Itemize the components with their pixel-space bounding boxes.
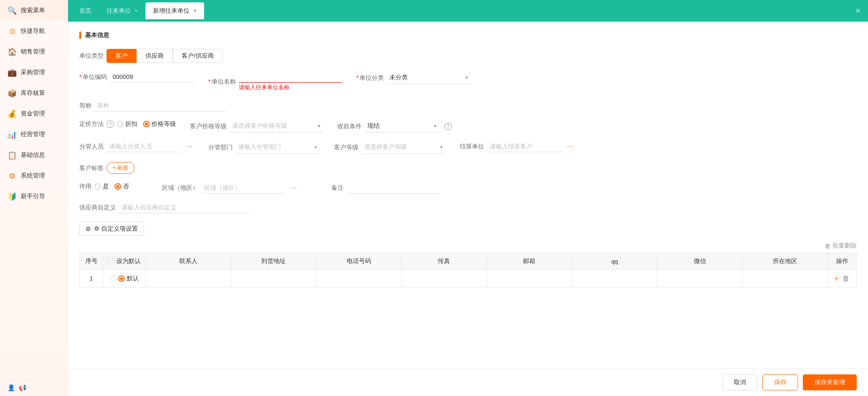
col-default: 设为默认 bbox=[103, 253, 146, 270]
pricing-radio-price-level[interactable]: 价格等级 bbox=[143, 120, 176, 128]
sidebar-item-inventory[interactable]: 📦 库存核算 bbox=[0, 83, 68, 103]
settlement-unit-more-btn[interactable]: ··· bbox=[565, 142, 575, 151]
col-fax: 传真 bbox=[402, 253, 487, 270]
customer-level-label: 客户等级 bbox=[334, 143, 358, 152]
section-title-bar bbox=[79, 31, 81, 39]
customer-price-level-select[interactable]: 请选择客户价格等级 ▾ bbox=[229, 120, 323, 132]
disable-yes-radio[interactable]: 是 bbox=[94, 182, 109, 191]
sidebar-item-purchase[interactable]: 💼 采购管理 bbox=[0, 62, 68, 83]
payment-terms-label: 收款条件 bbox=[337, 122, 362, 131]
contact-input[interactable] bbox=[155, 273, 221, 284]
tab-bar-close-all[interactable]: × bbox=[852, 6, 864, 16]
unit-name-field: 单位名称 请输入往来单位名称 bbox=[208, 71, 342, 92]
unit-type-supplier-btn[interactable]: 供应商 bbox=[137, 49, 173, 63]
tab-add-unit-close[interactable]: × bbox=[193, 8, 197, 14]
fax-input[interactable] bbox=[411, 273, 477, 284]
region-more-btn[interactable]: ··· bbox=[289, 184, 298, 192]
business-icon: 📊 bbox=[8, 130, 17, 139]
cell-phone[interactable] bbox=[316, 270, 402, 287]
sales-icon: 🏠 bbox=[8, 47, 17, 56]
code-name-row: 单位编码 单位名称 请输入往来单位名称 单位分类 未分类 ▾ bbox=[79, 71, 857, 92]
sidebar-label-inventory: 库存核算 bbox=[21, 89, 45, 97]
department-select[interactable]: 请输入分管部门 ▾ bbox=[236, 141, 320, 154]
save-new-button[interactable]: 保存并新增 bbox=[803, 374, 857, 390]
batch-delete-btn[interactable]: 🗑 批量删除 bbox=[824, 241, 857, 250]
sidebar-label-guide: 新手引导 bbox=[21, 192, 45, 201]
unit-category-field: 单位分类 未分类 ▾ bbox=[356, 71, 471, 84]
avatar-icon: 👤 bbox=[8, 384, 15, 391]
custom-settings-btn[interactable]: ⚙ ⚙ 自定义项设置 bbox=[79, 222, 144, 236]
sidebar-label-sales: 销售管理 bbox=[21, 47, 45, 56]
unit-name-input[interactable] bbox=[239, 71, 342, 83]
remark-input[interactable] bbox=[346, 182, 440, 194]
manager-row: 分管人员 ··· 分管部门 请输入分管部门 ▾ 客户等级 请选择客户等级 ▾ 结… bbox=[79, 141, 857, 154]
pricing-method-help[interactable]: ? bbox=[107, 120, 114, 128]
wechat-input[interactable] bbox=[667, 273, 733, 284]
sidebar-item-base[interactable]: 📋 基础信息 bbox=[0, 145, 68, 165]
sidebar-label-purchase: 采购管理 bbox=[21, 68, 45, 77]
sidebar-item-quicknav[interactable]: ⊙ 快捷导航 bbox=[0, 21, 68, 41]
unit-category-label: 单位分类 bbox=[356, 74, 384, 82]
cell-region[interactable] bbox=[742, 270, 828, 287]
short-name-input[interactable] bbox=[94, 100, 226, 111]
unit-category-value: 未分类 bbox=[389, 73, 464, 82]
header-checkbox[interactable] bbox=[108, 258, 114, 264]
sidebar-item-system[interactable]: ⚙ 系统管理 bbox=[0, 165, 68, 186]
default-radio[interactable]: 默认 bbox=[118, 274, 139, 283]
sidebar-item-business[interactable]: 📊 经营管理 bbox=[0, 124, 68, 145]
sidebar-item-search[interactable]: 🔍 搜索菜单 bbox=[0, 0, 68, 21]
add-tag-btn[interactable]: + 标签 bbox=[107, 162, 135, 174]
sidebar-item-finance[interactable]: 💰 资金管理 bbox=[0, 103, 68, 124]
address-input[interactable] bbox=[241, 273, 306, 284]
payment-terms-select[interactable]: 现结 ▾ bbox=[365, 120, 440, 132]
unit-code-label: 单位编码 bbox=[79, 73, 107, 81]
base-icon: 📋 bbox=[8, 150, 17, 160]
cell-email[interactable] bbox=[487, 270, 572, 287]
unit-category-select[interactable]: 未分类 ▾ bbox=[387, 71, 471, 84]
unit-code-input[interactable] bbox=[110, 71, 194, 83]
sidebar-item-sales[interactable]: 🏠 销售管理 bbox=[0, 41, 68, 62]
settlement-unit-input[interactable] bbox=[487, 141, 562, 152]
unit-type-customer-btn[interactable]: 客户 bbox=[107, 49, 137, 63]
cell-contact[interactable] bbox=[146, 270, 231, 287]
cell-qq[interactable] bbox=[572, 270, 657, 287]
manager-input[interactable] bbox=[107, 141, 182, 152]
customer-level-chevron: ▾ bbox=[440, 144, 443, 150]
sidebar-item-guide[interactable]: 🔰 新手引导 bbox=[0, 186, 68, 207]
pricing-radio-discount[interactable]: 折扣 bbox=[117, 120, 137, 128]
disable-field: 停用 是 否 bbox=[79, 182, 129, 191]
cell-fax[interactable] bbox=[402, 270, 487, 287]
manager-more-btn[interactable]: ··· bbox=[184, 142, 194, 151]
tab-unit-list-close[interactable]: × bbox=[135, 8, 138, 14]
unit-type-both-btn[interactable]: 客户/供应商 bbox=[173, 49, 223, 63]
col-address: 到货地址 bbox=[231, 253, 316, 270]
payment-terms-help[interactable]: ? bbox=[444, 123, 452, 130]
add-row-btn[interactable]: + bbox=[834, 274, 838, 283]
customer-price-level-placeholder: 请选择客户价格等级 bbox=[232, 122, 316, 130]
department-label: 分管部门 bbox=[208, 143, 233, 152]
delete-row-btn[interactable]: 🗑 bbox=[842, 274, 850, 283]
tab-add-unit[interactable]: 新增往来单位 × bbox=[145, 2, 204, 19]
customer-level-select[interactable]: 请选择客户等级 ▾ bbox=[361, 141, 446, 154]
phone-input[interactable] bbox=[326, 273, 392, 284]
cancel-button[interactable]: 取消 bbox=[722, 374, 758, 390]
pricing-radio-price-level-circle bbox=[143, 121, 150, 127]
tab-unit-list[interactable]: 往来单位 × bbox=[99, 2, 145, 19]
disable-no-radio[interactable]: 否 bbox=[114, 182, 129, 191]
region-table-input[interactable] bbox=[752, 273, 818, 284]
supplier-custom-input[interactable] bbox=[119, 202, 250, 213]
row-checkbox[interactable] bbox=[110, 275, 116, 282]
cell-address[interactable] bbox=[231, 270, 316, 287]
save-button[interactable]: 保存 bbox=[762, 374, 798, 390]
unit-type-row: 单位类型 客户 供应商 客户/供应商 bbox=[79, 49, 857, 63]
tab-home[interactable]: 首页 bbox=[72, 2, 99, 19]
disable-no-circle bbox=[114, 183, 121, 190]
customer-level-field: 客户等级 请选择客户等级 ▾ bbox=[334, 141, 446, 154]
supplier-custom-field: 供应商自定义 bbox=[79, 202, 250, 213]
email-input[interactable] bbox=[496, 273, 562, 284]
region-input[interactable] bbox=[201, 182, 286, 194]
settlement-unit-label: 结算单位 bbox=[460, 142, 484, 151]
cell-wechat[interactable] bbox=[657, 270, 743, 287]
qq-input[interactable] bbox=[582, 273, 647, 284]
col-action: 操作 bbox=[828, 253, 856, 270]
